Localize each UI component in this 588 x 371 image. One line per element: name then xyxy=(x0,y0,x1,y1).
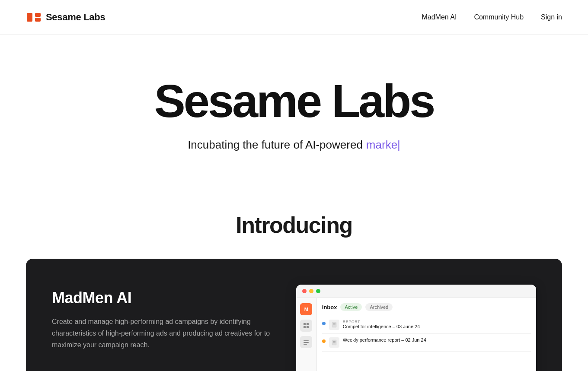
svg-rect-9 xyxy=(304,344,307,345)
app-card-madmen: MadMen AI Create and manage high-perform… xyxy=(26,259,562,371)
app-card-content: MadMen AI Create and manage high-perform… xyxy=(52,285,270,351)
ss-item-title-1: Competitor intelligence – 03 June 24 xyxy=(343,324,420,329)
hero-section: Sesame Labs Incubating the future of AI-… xyxy=(0,35,588,186)
nav-link-community-hub[interactable]: Community Hub xyxy=(474,13,524,21)
navbar: Sesame Labs MadMen AI Community Hub Sign… xyxy=(0,0,588,35)
ss-sidebar-icon-2 xyxy=(300,336,312,348)
introducing-title: Introducing xyxy=(26,212,562,238)
svg-rect-8 xyxy=(304,342,309,343)
ss-madmen-icon: M xyxy=(300,303,312,315)
introducing-section: Introducing MadMen AI Create and manage … xyxy=(0,186,588,371)
hero-subtitle-text: Incubating the future of AI-powered xyxy=(188,138,363,152)
app-card-title: MadMen AI xyxy=(52,289,270,307)
ss-item-icon-1 xyxy=(329,320,339,330)
app-card-description: Create and manage high-performing ad cam… xyxy=(52,316,270,351)
svg-rect-6 xyxy=(307,326,309,328)
window-maximize-dot xyxy=(316,289,320,293)
screenshot-left-sidebar: M xyxy=(296,298,317,371)
svg-rect-4 xyxy=(307,323,309,325)
ss-sidebar-icon-1 xyxy=(300,320,312,332)
svg-rect-15 xyxy=(333,342,336,343)
ss-item-icon-2 xyxy=(329,337,339,348)
nav-link-sign-in[interactable]: Sign in xyxy=(541,13,562,21)
screenshot-inbox-header: Inbox Active Archived xyxy=(322,303,531,311)
svg-rect-0 xyxy=(27,13,32,22)
ss-tab-archived: Archived xyxy=(365,303,393,311)
ss-item-dot-2 xyxy=(322,339,326,343)
ss-item-text-1: Report Competitor intelligence – 03 June… xyxy=(343,320,420,329)
ss-item-tag-1: Report xyxy=(343,320,420,324)
screenshot-main-content: Inbox Active Archived Report Competitor … xyxy=(317,298,536,371)
svg-rect-1 xyxy=(35,13,41,17)
svg-rect-3 xyxy=(304,323,306,325)
nav-link-madmen-ai[interactable]: MadMen AI xyxy=(422,13,457,21)
ss-item-1: Report Competitor intelligence – 03 June… xyxy=(322,316,531,334)
svg-rect-12 xyxy=(333,325,336,325)
svg-rect-5 xyxy=(304,326,306,328)
ss-item-title-2: Weekly performance report – 02 Jun 24 xyxy=(343,337,426,342)
svg-rect-2 xyxy=(35,18,41,22)
nav-links: MadMen AI Community Hub Sign in xyxy=(422,13,562,21)
logo-text: Sesame Labs xyxy=(46,12,105,23)
hero-subtitle: Incubating the future of AI-powered mark… xyxy=(188,138,400,152)
window-minimize-dot xyxy=(309,289,313,293)
logo-icon xyxy=(26,10,42,25)
svg-rect-7 xyxy=(304,340,309,341)
window-close-dot xyxy=(302,289,307,293)
ss-item-dot-1 xyxy=(322,322,326,325)
hero-title: Sesame Labs xyxy=(154,78,434,124)
screenshot-body: M Inbox Active Archived xyxy=(296,298,536,371)
svg-rect-14 xyxy=(333,341,336,342)
ss-item-2: Weekly performance report – 02 Jun 24 xyxy=(322,334,531,352)
svg-rect-11 xyxy=(333,323,336,324)
logo[interactable]: Sesame Labs xyxy=(26,10,105,25)
hero-subtitle-highlight: marke| xyxy=(366,138,400,152)
ss-item-text-2: Weekly performance report – 02 Jun 24 xyxy=(343,337,426,342)
ss-inbox-label: Inbox xyxy=(322,304,337,311)
app-screenshot: M Inbox Active Archived xyxy=(296,285,536,371)
ss-tab-active: Active xyxy=(340,303,362,311)
screenshot-titlebar xyxy=(296,285,536,298)
